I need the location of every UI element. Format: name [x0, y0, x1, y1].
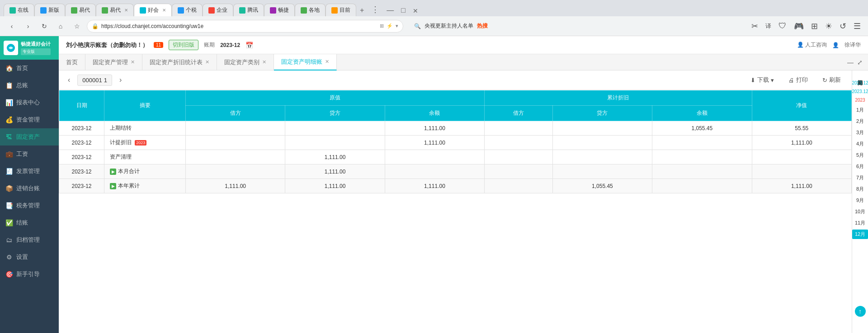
forward-button[interactable]: ›: [22, 20, 34, 33]
browser-tab-haokuai[interactable]: 好会 ✕: [134, 4, 172, 16]
page-tab-close-icon[interactable]: ✕: [262, 59, 266, 65]
sidebar-item-tax[interactable]: 📑 税务管理: [0, 197, 59, 214]
period-month-3[interactable]: 3月: [852, 128, 868, 137]
print-button[interactable]: 🖨 打印: [785, 74, 811, 86]
tab-label: 各地: [309, 6, 320, 14]
download-button[interactable]: ⬇ 下载 ▾: [747, 74, 778, 86]
shield-tool[interactable]: 🛡: [777, 20, 788, 32]
collapse-tab-icon[interactable]: —: [847, 59, 854, 66]
menu-tool[interactable]: ☰: [852, 20, 863, 32]
page-tab-close-icon[interactable]: ✕: [205, 59, 209, 65]
cell-orig-debit: [186, 136, 285, 150]
period-month-9[interactable]: 9月: [852, 196, 868, 205]
browser-tab-yidai2[interactable]: 易代 ✕: [96, 4, 134, 16]
sidebar-item-reports[interactable]: 📊 报表中心: [0, 94, 59, 111]
period-month-11[interactable]: 11月: [852, 218, 868, 228]
cell-summary: ▶本年累计: [104, 179, 186, 193]
tab-favicon: [208, 7, 215, 14]
sidebar-item-close-period[interactable]: ✅ 结账: [0, 214, 59, 231]
hot-search-label[interactable]: 热搜: [477, 22, 488, 30]
cell-orig-balance: 1,111.00: [385, 136, 484, 150]
browser-tab-geshui[interactable]: 个税: [172, 4, 203, 16]
period-month-12[interactable]: 12月: [852, 230, 868, 239]
new-tab-button[interactable]: +: [356, 5, 368, 16]
sidebar-item-guide[interactable]: 🎯 新手引导: [0, 266, 59, 283]
th-orig-debit: 借方: [186, 106, 285, 121]
sidebar-item-funds[interactable]: 💰 资金管理: [0, 111, 59, 128]
period-month-8[interactable]: 8月: [852, 184, 868, 194]
browser-tab-muqian[interactable]: 目前: [326, 4, 356, 16]
user-avatar[interactable]: 👤: [832, 42, 839, 48]
cell-dep-debit: [485, 136, 553, 150]
page-tab-asset-detail[interactable]: 固定资产明细账 ✕: [274, 54, 337, 70]
period-date-1: 2023.12: [852, 80, 868, 86]
minimize-icon[interactable]: —: [383, 5, 397, 16]
main-content: 刘小艳演示账套（勿删勿动！） 11 切到旧版 账期 2023-12 📅 👤 人工…: [59, 36, 868, 333]
history-tool[interactable]: ↺: [838, 20, 848, 32]
bookmark-button[interactable]: ☆: [71, 20, 83, 33]
dropdown-icon[interactable]: ▾: [396, 23, 398, 29]
data-table-container: 日期 摘要 原值 累计折旧 净值 借方 贷方 余额 借方: [59, 90, 852, 333]
expand-tab-icon[interactable]: ⤢: [857, 59, 863, 66]
sidebar-item-settings[interactable]: ⚙ 设置: [0, 249, 59, 266]
page-tab-depreciation-stats[interactable]: 固定资产折旧统计表 ✕: [142, 54, 217, 70]
browser-tab-xinban[interactable]: 新版: [34, 4, 65, 16]
period-selector-title[interactable]: 期间选择: [856, 74, 864, 78]
period-month-4[interactable]: 4月: [852, 139, 868, 149]
browser-tab-zaixin[interactable]: 在线: [4, 4, 34, 16]
record-number-display: 000001 1: [77, 75, 112, 86]
sidebar-item-fixed-assets[interactable]: 🏗 固定资产: [0, 128, 59, 145]
cell-net-value: 1,111.00: [752, 136, 851, 150]
browser-tab-tengxun[interactable]: 腾讯: [233, 4, 264, 16]
grid-tool[interactable]: ⊞: [809, 20, 820, 32]
page-tab-close-icon[interactable]: ✕: [131, 59, 135, 65]
period-month-1[interactable]: 1月: [852, 105, 868, 115]
sidebar-logo: 畅捷通好会计 专业版: [0, 36, 59, 60]
address-bar[interactable]: 🔒 https://cloud.chanjet.com/accounting/u…: [87, 20, 403, 33]
cut-tool[interactable]: ✂: [750, 20, 760, 32]
tab-close-icon[interactable]: ✕: [162, 8, 166, 13]
page-tab-close-icon[interactable]: ✕: [325, 59, 329, 65]
browser-tab-yidai1[interactable]: 易代: [65, 4, 96, 16]
page-tab-home[interactable]: 首页: [59, 54, 85, 70]
scroll-to-top-button[interactable]: ↑: [855, 306, 866, 317]
sidebar-item-archive[interactable]: 🗂 归档管理: [0, 231, 59, 249]
next-record-button[interactable]: ›: [118, 75, 123, 85]
secure-icon: 🔒: [92, 23, 99, 29]
calendar-icon[interactable]: 📅: [245, 42, 253, 49]
period-month-6[interactable]: 6月: [852, 162, 868, 171]
period-month-5[interactable]: 5月: [852, 150, 868, 160]
page-tab-fixed-asset-mgmt[interactable]: 固定资产管理 ✕: [85, 54, 142, 70]
browser-tab-gedi[interactable]: 各地: [295, 4, 326, 16]
sidebar-item-general-ledger[interactable]: 📋 总账: [0, 77, 59, 94]
page-tab-asset-category[interactable]: 固定资产类别 ✕: [217, 54, 274, 70]
refresh-label: 刷新: [829, 76, 841, 84]
maximize-icon[interactable]: □: [397, 5, 409, 16]
sidebar-item-label: 结账: [16, 219, 28, 227]
ai-help-button[interactable]: 👤 人工咨询: [797, 41, 827, 49]
sidebar-item-payroll[interactable]: 💼 工资: [0, 145, 59, 163]
brightness-tool[interactable]: ☀: [823, 20, 834, 32]
game-tool[interactable]: 🎮: [792, 20, 806, 32]
period-month-7[interactable]: 7月: [852, 173, 868, 183]
report-icon: 📊: [5, 99, 13, 106]
browser-tab-changjie[interactable]: 畅捷: [264, 4, 295, 16]
tab-more-icon[interactable]: ⋮: [368, 3, 383, 16]
back-button[interactable]: ‹: [5, 20, 18, 33]
switch-version-button[interactable]: 切到旧版: [169, 40, 198, 50]
reload-button[interactable]: ↻: [38, 20, 51, 33]
cell-dep-balance: [652, 150, 752, 164]
browser-tab-qiye[interactable]: 企业: [203, 4, 233, 16]
sidebar-item-home[interactable]: 🏠 首页: [0, 60, 59, 77]
sidebar-item-invoice[interactable]: 🧾 发票管理: [0, 163, 59, 180]
translate-tool[interactable]: 译: [764, 21, 773, 31]
home-button[interactable]: ⌂: [54, 20, 67, 33]
period-month-2[interactable]: 2月: [852, 117, 868, 126]
prev-record-button[interactable]: ‹: [66, 75, 72, 85]
sidebar-item-purchase-sales[interactable]: 📦 进销台账: [0, 180, 59, 197]
page-tab-label: 固定资产类别: [224, 58, 259, 66]
period-month-10[interactable]: 10月: [852, 207, 868, 216]
close-window-icon[interactable]: ✕: [409, 5, 422, 16]
refresh-button[interactable]: ↻ 刷新: [819, 74, 844, 86]
tab-close-icon[interactable]: ✕: [124, 8, 128, 13]
